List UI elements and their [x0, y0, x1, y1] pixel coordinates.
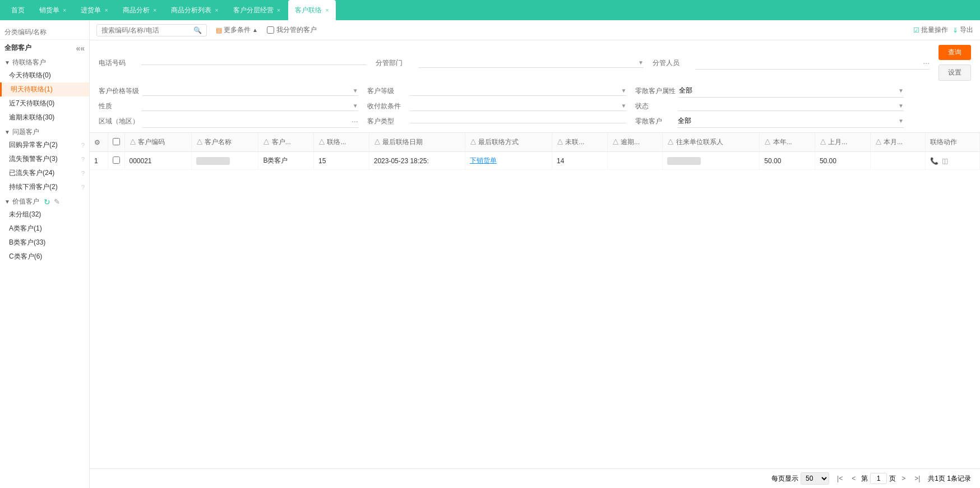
- search-icon[interactable]: 🔍: [193, 26, 202, 34]
- row-name: ██████: [191, 152, 258, 170]
- close-icon[interactable]: ×: [277, 7, 280, 13]
- row-type: B类客户: [258, 152, 314, 170]
- retail-attr-select[interactable]: 全部 ▼: [679, 84, 904, 98]
- export-btn[interactable]: ⇓ 导出: [953, 25, 973, 35]
- sidebar-item-today-pending[interactable]: 今天待联络(0): [0, 68, 89, 82]
- area-select[interactable]: ···: [142, 115, 358, 128]
- sidebar-search-input[interactable]: [4, 28, 89, 36]
- page-input[interactable]: [870, 473, 887, 484]
- batch-op-btn[interactable]: ☑ 批量操作: [913, 25, 948, 35]
- chevron-down-icon: ▼: [353, 103, 358, 109]
- sidebar-item-b-class[interactable]: B类客户(33): [0, 236, 89, 250]
- sidebar-item-7days-pending[interactable]: 近7天待联络(0): [0, 96, 89, 111]
- per-page-selector: 每页显示 50 100 200: [771, 472, 829, 485]
- select-all-checkbox[interactable]: [113, 138, 120, 145]
- col-no-contact[interactable]: △ 未联...: [552, 133, 608, 152]
- gender-select[interactable]: ▼: [141, 101, 358, 111]
- sidebar-item-churned[interactable]: 已流失客户(24) ?: [0, 166, 89, 180]
- table-row: 1000021██████B类客户152023-05-23 18:25:下销货单…: [90, 152, 980, 170]
- close-icon[interactable]: ×: [104, 7, 108, 13]
- close-icon[interactable]: ×: [153, 7, 156, 13]
- main-layout: 🔍 全部客户 «« ▼ 待联络客户 今天待联络(0) 明天待联络(1) 近7天待…: [0, 20, 980, 488]
- toolbar-right: ☑ 批量操作 ⇓ 导出: [913, 25, 973, 35]
- dept-select[interactable]: ▼: [418, 58, 644, 68]
- collapse-icon[interactable]: ««: [76, 44, 85, 53]
- col-contacts[interactable]: △ 联络...: [314, 133, 369, 152]
- payment-select[interactable]: ▼: [410, 101, 627, 111]
- chevron-down-icon: ▼: [621, 88, 626, 94]
- phone-input[interactable]: [141, 61, 367, 65]
- col-type[interactable]: △ 客户...: [258, 133, 314, 152]
- refresh-icon[interactable]: ↻: [44, 197, 50, 206]
- first-page-btn[interactable]: |<: [834, 473, 846, 484]
- sidebar-item-a-class[interactable]: A类客户(1): [0, 222, 89, 236]
- close-icon[interactable]: ×: [215, 7, 218, 13]
- more-filters-btn[interactable]: ▤ 更多条件 ▲: [211, 24, 262, 36]
- export-icon: ⇓: [953, 26, 958, 34]
- col-unit-contacts[interactable]: △ 往来单位联系人: [663, 133, 760, 152]
- footer: 每页显示 50 100 200 |< < 第 页 > >| 共1页 1条记录: [90, 468, 980, 488]
- nav-product-analysis[interactable]: 商品分析 ×: [116, 0, 163, 20]
- close-icon[interactable]: ×: [325, 7, 329, 13]
- manager-input[interactable]: ···: [695, 57, 930, 70]
- col-last-date[interactable]: △ 最后联络日期: [369, 133, 465, 152]
- filter-gender: 性质 ▼: [99, 101, 367, 111]
- triangle-icon: ▼: [4, 59, 10, 66]
- reset-btn[interactable]: 设置: [939, 65, 971, 81]
- chevron-down-icon: ▼: [621, 103, 626, 109]
- row-last-month: 50.00: [815, 152, 870, 170]
- status-select[interactable]: ▼: [678, 101, 904, 111]
- sidebar-item-c-class[interactable]: C类客户(6): [0, 250, 89, 264]
- price-level-label: 客户价格等级: [99, 86, 139, 96]
- my-customers-checkbox-label[interactable]: 我分管的客户: [267, 25, 317, 35]
- nav-purchase-order[interactable]: 进货单 ×: [74, 0, 114, 20]
- sidebar-item-declining[interactable]: 持续下滑客户(2) ?: [0, 180, 89, 194]
- customer-type-select[interactable]: [410, 119, 627, 123]
- pagination: |< < 第 页 > >|: [834, 473, 923, 484]
- search-input[interactable]: [101, 26, 191, 34]
- col-checkbox[interactable]: [108, 133, 124, 152]
- more-action-icon[interactable]: ◫: [942, 157, 948, 165]
- row-last-method[interactable]: 下销货单: [465, 152, 552, 170]
- edit-icon[interactable]: ✎: [54, 197, 60, 206]
- sidebar-item-tomorrow-pending[interactable]: 明天待联络(1): [0, 82, 89, 96]
- nav-sales-order[interactable]: 销货单 ×: [33, 0, 73, 20]
- row-action[interactable]: 📞◫: [926, 152, 980, 170]
- payment-label: 收付款条件: [367, 102, 406, 111]
- col-this-year[interactable]: △ 本年...: [760, 133, 815, 152]
- row-checkbox[interactable]: [108, 152, 124, 170]
- col-name[interactable]: △ 客户名称: [191, 133, 258, 152]
- phone-icon[interactable]: 📞: [930, 157, 939, 165]
- nav-customer-contact[interactable]: 客户联络 ×: [288, 0, 335, 20]
- next-page-btn[interactable]: >: [898, 473, 909, 484]
- col-last-method[interactable]: △ 最后联络方式: [465, 133, 552, 152]
- col-this-month[interactable]: △ 本月...: [870, 133, 926, 152]
- sidebar-item-overdue-pending[interactable]: 逾期未联络(30): [0, 111, 89, 125]
- all-customers-section[interactable]: 全部客户 ««: [0, 40, 89, 55]
- total-info: 共1页 1条记录: [928, 474, 971, 484]
- query-btn[interactable]: 查询: [939, 45, 971, 60]
- price-level-select[interactable]: ▼: [142, 86, 358, 96]
- col-last-month[interactable]: △ 上月...: [815, 133, 870, 152]
- row-overdue: [607, 152, 663, 170]
- per-page-select[interactable]: 50 100 200: [801, 472, 829, 485]
- nav-home[interactable]: 首页: [4, 0, 31, 20]
- last-page-btn[interactable]: >|: [911, 473, 923, 484]
- sidebar-item-churn-warning[interactable]: 流失预警客户(3) ?: [0, 152, 89, 166]
- col-settings[interactable]: ⚙: [90, 133, 108, 152]
- row-no: 1: [90, 152, 108, 170]
- action-icons[interactable]: 📞◫: [930, 157, 975, 165]
- per-page-label: 每页显示: [771, 474, 798, 484]
- my-customers-checkbox[interactable]: [267, 26, 274, 34]
- customer-level-select[interactable]: ▼: [410, 86, 627, 96]
- nav-customer-tier[interactable]: 客户分层经营 ×: [226, 0, 287, 20]
- filter-row-1: 电话号码 分管部门 ▼ 分管人员 ···: [99, 45, 971, 81]
- close-icon[interactable]: ×: [63, 7, 66, 13]
- sidebar-item-repurchase-abnormal[interactable]: 回购异常客户(2) ?: [0, 138, 89, 152]
- retail-customer-select[interactable]: 全部 ▼: [678, 114, 904, 128]
- prev-page-btn[interactable]: <: [848, 473, 859, 484]
- col-code[interactable]: △ 客户编码: [124, 133, 191, 152]
- col-overdue[interactable]: △ 逾期...: [607, 133, 663, 152]
- nav-product-analysis-list[interactable]: 商品分析列表 ×: [164, 0, 225, 20]
- sidebar-item-ungrouped[interactable]: 未分组(32): [0, 208, 89, 222]
